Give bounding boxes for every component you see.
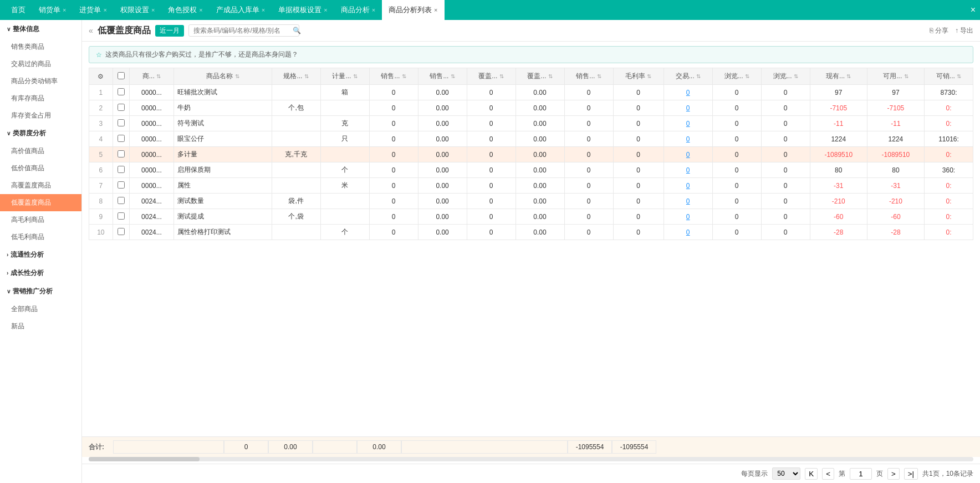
scrollbar-thumb[interactable] xyxy=(89,457,200,461)
nav-purchase-order[interactable]: 进货单 × xyxy=(73,0,113,20)
nav-close-purchase[interactable]: × xyxy=(103,7,106,13)
row-sales3: 0 xyxy=(564,85,613,100)
row-code: 0024... xyxy=(129,225,173,240)
table-row: 90024...测试提成个,袋00.0000.0000000-60-600: xyxy=(89,209,973,225)
col-browse2[interactable]: 浏览... ⇅ xyxy=(761,68,810,85)
sidebar-item-sales-goods[interactable]: 销售类商品 xyxy=(0,38,81,55)
nav-close-product-inbound[interactable]: × xyxy=(262,7,265,13)
col-unit[interactable]: 计量... ⇅ xyxy=(320,68,369,85)
row-checkbox[interactable] xyxy=(113,162,129,178)
nav-close-role-auth[interactable]: × xyxy=(199,7,202,13)
sidebar-item-low-value[interactable]: 低价值商品 xyxy=(0,160,81,177)
row-checkbox[interactable] xyxy=(113,225,129,240)
window-close-button[interactable]: × xyxy=(971,5,976,15)
col-spec[interactable]: 规格... ⇅ xyxy=(272,68,320,85)
row-cover1: 0 xyxy=(467,225,515,240)
col-gross[interactable]: 毛利率 ⇅ xyxy=(613,68,663,85)
sidebar-item-high-coverage[interactable]: 高覆盖度商品 xyxy=(0,177,81,194)
sidebar-section-overall[interactable]: ∨ 整体信息 xyxy=(0,20,81,38)
nav-close-permission[interactable]: × xyxy=(151,7,155,13)
row-name: 牛奶 xyxy=(174,100,272,116)
sidebar-item-in-stock[interactable]: 有库存商品 xyxy=(0,90,81,107)
per-page-select[interactable]: 50 100 200 xyxy=(772,467,800,480)
row-sales3: 0 xyxy=(564,209,613,225)
row-checkbox[interactable] xyxy=(113,178,129,194)
row-checkbox[interactable] xyxy=(113,100,129,116)
sidebar-item-high-value[interactable]: 高价值商品 xyxy=(0,143,81,160)
row-checkbox[interactable] xyxy=(113,131,129,147)
col-code[interactable]: 商... ⇅ xyxy=(129,68,173,85)
col-sales3[interactable]: 销售... ⇅ xyxy=(564,68,613,85)
row-checkbox[interactable] xyxy=(113,147,129,162)
row-cover2: 0.00 xyxy=(515,225,564,240)
col-sales2[interactable]: 销售... ⇅ xyxy=(418,68,467,85)
col-cover1[interactable]: 覆盖... ⇅ xyxy=(467,68,515,85)
row-sellable: 0: xyxy=(924,194,973,209)
share-button[interactable]: ⎘ 分享 xyxy=(930,26,948,35)
sidebar-collapse-button[interactable]: « xyxy=(89,26,93,35)
col-available[interactable]: 可用... ⇅ xyxy=(867,68,924,85)
nav-sales-order[interactable]: 销货单 × xyxy=(32,0,73,20)
row-sellable: 0: xyxy=(924,225,973,240)
last-page-button[interactable]: >| xyxy=(904,468,918,480)
col-cover2[interactable]: 覆盖... ⇅ xyxy=(515,68,564,85)
nav-product-analysis[interactable]: 商品分析 × xyxy=(334,0,382,20)
sidebar-item-low-coverage[interactable]: 低覆盖度商品 xyxy=(0,194,81,211)
nav-close-sales-order[interactable]: × xyxy=(63,7,66,13)
col-name[interactable]: 商品名称 ⇅ xyxy=(174,68,272,85)
select-all-checkbox[interactable] xyxy=(118,72,125,79)
horizontal-scrollbar[interactable] xyxy=(89,457,973,461)
per-page-label: 每页显示 xyxy=(741,469,768,479)
nav-role-auth[interactable]: 角色授权 × xyxy=(161,0,209,20)
row-sales1: 0 xyxy=(369,116,418,131)
row-current: 80 xyxy=(810,162,867,178)
row-checkbox[interactable] xyxy=(113,209,129,225)
first-page-button[interactable]: K xyxy=(805,468,818,480)
col-checkbox[interactable] xyxy=(113,68,129,85)
arrow-icon-growth: › xyxy=(7,270,8,276)
row-checkbox[interactable] xyxy=(113,194,129,209)
sidebar-item-inventory-capital[interactable]: 库存资金占用 xyxy=(0,107,81,124)
sidebar-item-traded-goods[interactable]: 交易过的商品 xyxy=(0,55,81,73)
sidebar-item-all-goods[interactable]: 全部商品 xyxy=(0,301,81,318)
row-unit: 克 xyxy=(320,116,369,131)
col-current[interactable]: 现有... ⇅ xyxy=(810,68,867,85)
export-button[interactable]: ↑ 导出 xyxy=(955,26,973,35)
col-browse1[interactable]: 浏览... ⇅ xyxy=(712,68,761,85)
nav-product-inbound[interactable]: 产成品入库单 × xyxy=(210,0,272,20)
col-settings[interactable]: ⚙ xyxy=(89,68,113,85)
row-browse2: 0 xyxy=(761,194,810,209)
search-icon[interactable]: 🔍 xyxy=(293,27,301,34)
sidebar-item-low-margin[interactable]: 低毛利商品 xyxy=(0,228,81,246)
nav-close-product-analysis[interactable]: × xyxy=(372,7,375,13)
sidebar-item-category-rate[interactable]: 商品分类动销率 xyxy=(0,73,81,90)
row-checkbox[interactable] xyxy=(113,116,129,131)
total-records-info: 共1页，10条记录 xyxy=(922,469,973,479)
nav-template-settings[interactable]: 单据模板设置 × xyxy=(272,0,334,20)
nav-close-template[interactable]: × xyxy=(324,7,327,13)
row-sales3: 0 xyxy=(564,116,613,131)
row-checkbox[interactable] xyxy=(113,85,129,100)
page-number-input[interactable] xyxy=(850,468,872,480)
sidebar-section-cluster[interactable]: ∨ 类群度分析 xyxy=(0,124,81,143)
col-sellable[interactable]: 可销... ⇅ xyxy=(924,68,973,85)
sidebar-item-high-margin[interactable]: 高毛利商品 xyxy=(0,211,81,228)
col-trade[interactable]: 交易... ⇅ xyxy=(663,68,712,85)
row-cover1: 0 xyxy=(467,147,515,162)
prev-page-button[interactable]: < xyxy=(822,468,834,480)
nav-home[interactable]: 首页 xyxy=(4,0,32,20)
row-current: 1224 xyxy=(810,131,867,147)
sidebar-section-growth[interactable]: › 成长性分析 xyxy=(0,264,81,282)
next-page-button[interactable]: > xyxy=(887,468,900,480)
nav-product-analysis-list[interactable]: 商品分析列表 × xyxy=(382,0,444,20)
search-input[interactable] xyxy=(188,24,299,37)
nav-permission[interactable]: 权限设置 × xyxy=(114,0,161,20)
col-sales1[interactable]: 销售... ⇅ xyxy=(369,68,418,85)
table-row: 100024...属性价格打印测试个00.0000.0000000-28-280… xyxy=(89,225,973,240)
table-container[interactable]: ⚙ 商... ⇅ 商品名称 ⇅ 规格... ⇅ 计量... ⇅ 销售... ⇅ … xyxy=(82,68,980,436)
sidebar-section-circulation[interactable]: › 流通性分析 xyxy=(0,246,81,264)
sidebar-section-marketing[interactable]: ∨ 营销推广分析 xyxy=(0,282,81,301)
nav-close-product-analysis-list[interactable]: × xyxy=(434,7,437,13)
sidebar-item-new-goods[interactable]: 新品 xyxy=(0,318,81,335)
period-button[interactable]: 近一月 xyxy=(155,25,184,37)
